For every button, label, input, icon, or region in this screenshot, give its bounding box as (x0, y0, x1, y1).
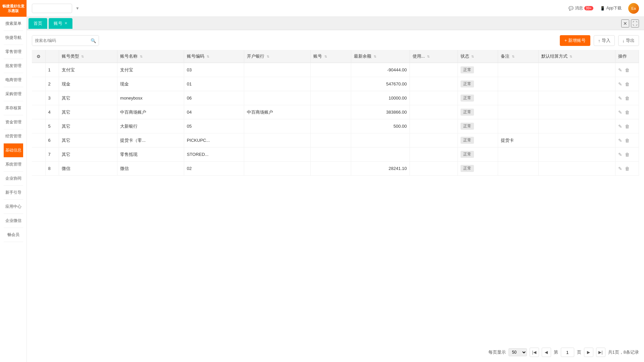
page-prev-btn[interactable]: ◀ (542, 348, 551, 357)
sidebar-item-quick-nav[interactable]: 快捷导航 (4, 31, 23, 45)
avatar[interactable]: Ea (628, 3, 639, 14)
sidebar-item-inventory-check[interactable]: 库存核算 (4, 101, 23, 115)
sidebar-item-search-menu[interactable]: 搜索菜单 (4, 17, 23, 31)
sidebar-item-app-center[interactable]: 应用中心 (4, 200, 23, 214)
cell-index: 6 (45, 133, 59, 147)
import-button[interactable]: ↑ 导入 (594, 35, 615, 46)
cell-action: ✎ 🗑 (615, 147, 639, 162)
sidebar-item-vip-member[interactable]: 畅会员 (4, 228, 23, 242)
th-type[interactable]: 账号类型 ⇅ (59, 50, 117, 63)
sidebar-item-retail-mgmt[interactable]: 零售管理 (4, 45, 23, 59)
cell-index: 4 (45, 105, 59, 119)
cell-type: 其它 (59, 133, 117, 147)
toolbar-right: + 新增账号 ↑ 导入 ↓ 导出 (560, 35, 639, 46)
edit-icon[interactable]: ✎ (618, 124, 622, 129)
cell-index: 7 (45, 147, 59, 162)
cell-code: STORED... (184, 147, 244, 162)
th-status[interactable]: 状态 ⇅ (458, 50, 498, 63)
per-page-label: 每页显示 (488, 349, 506, 355)
edit-icon[interactable]: ✎ (618, 166, 622, 171)
cell-remark (498, 147, 538, 162)
cell-remark (498, 119, 538, 133)
page-next-btn[interactable]: ▶ (584, 348, 593, 357)
tab-account-close[interactable]: ✕ (64, 21, 67, 25)
tab-account[interactable]: 账号 ✕ (49, 18, 72, 29)
cell-type: 微信 (59, 162, 117, 176)
cell-use (410, 119, 458, 133)
search-input[interactable] (32, 36, 88, 46)
cell-action: ✎ 🗑 (615, 133, 639, 147)
sidebar-item-basic-info[interactable]: 基础信息 (4, 143, 23, 158)
sidebar-item-system-mgmt[interactable]: 系统管理 (4, 158, 23, 172)
export-icon: ↓ (623, 38, 625, 43)
edit-icon[interactable]: ✎ (618, 138, 622, 143)
sidebar-item-corp-wechat[interactable]: 企业微信 (4, 214, 23, 228)
edit-icon[interactable]: ✎ (618, 67, 622, 73)
cell-type: 支付宝 (59, 63, 117, 77)
search-button[interactable]: 🔍 (88, 36, 99, 46)
cell-gear (32, 147, 45, 162)
delete-icon[interactable]: 🗑 (625, 67, 630, 73)
th-balance[interactable]: 最新余额 ⇅ (351, 50, 410, 63)
cell-name: 现金 (117, 77, 184, 91)
tab-home[interactable]: 首页 (29, 18, 47, 29)
tabbar-expand-btn[interactable]: ⛶ (631, 19, 639, 27)
add-account-button[interactable]: + 新增账号 (560, 35, 590, 46)
delete-icon[interactable]: 🗑 (625, 152, 630, 157)
cell-type: 其它 (59, 119, 117, 133)
th-name[interactable]: 账号名称 ⇅ (117, 50, 184, 63)
app-download-button[interactable]: 📱 App下载 (600, 5, 622, 11)
sidebar-item-wholesale-mgmt[interactable]: 批发管理 (4, 59, 23, 73)
th-bank[interactable]: 开户银行 ⇅ (244, 50, 311, 63)
delete-icon[interactable]: 🗑 (625, 124, 630, 129)
app-label: App下载 (606, 5, 622, 11)
edit-icon[interactable]: ✎ (618, 152, 622, 157)
th-use[interactable]: 使用... ⇅ (410, 50, 458, 63)
tabbar-close-btn[interactable]: ✕ (621, 19, 629, 27)
cell-use (410, 147, 458, 162)
cell-bank (244, 147, 311, 162)
th-account[interactable]: 账号 ⇅ (311, 50, 351, 63)
table-row: 2 现金 现金 01 547670.00 正常 ✎ 🗑 (32, 77, 639, 91)
th-default-settle[interactable]: 默认结算方式 ⇅ (538, 50, 615, 63)
page-last-btn[interactable]: ▶| (596, 348, 605, 357)
sidebar-item-purchase-mgmt[interactable]: 采购管理 (4, 87, 23, 101)
topbar: ▼ 💬 消息 99+ 📱 App下载 Ea (27, 0, 644, 17)
edit-icon[interactable]: ✎ (618, 110, 622, 115)
cell-bank (244, 77, 311, 91)
per-page-select[interactable]: 50 100 (508, 348, 527, 356)
cell-remark (498, 105, 538, 119)
topbar-dropdown-arrow[interactable]: ▼ (75, 6, 79, 11)
cell-type: 其它 (59, 105, 117, 119)
delete-icon[interactable]: 🗑 (625, 166, 630, 171)
delete-icon[interactable]: 🗑 (625, 110, 630, 115)
edit-icon[interactable]: ✎ (618, 81, 622, 87)
topbar-search-input[interactable] (32, 4, 72, 13)
th-remark[interactable]: 备注 ⇅ (498, 50, 538, 63)
delete-icon[interactable]: 🗑 (625, 96, 630, 101)
message-button[interactable]: 💬 消息 99+ (569, 5, 593, 11)
sidebar-item-ecommerce-mgmt[interactable]: 电商管理 (4, 73, 23, 87)
sidebar-item-corp-agreement[interactable]: 企业协同 (4, 172, 23, 186)
sidebar-item-ops-mgmt[interactable]: 经营管理 (4, 129, 23, 143)
delete-icon[interactable]: 🗑 (625, 81, 630, 87)
sidebar-item-finance-mgmt[interactable]: 资金管理 (4, 115, 23, 129)
tab-home-label: 首页 (34, 20, 42, 26)
export-button[interactable]: ↓ 导出 (618, 35, 639, 46)
cell-balance: 383866.00 (351, 105, 410, 119)
cell-action: ✎ 🗑 (615, 91, 639, 105)
sidebar-item-newcomer-guide[interactable]: 新手引导 (4, 186, 23, 200)
cell-gear (32, 91, 45, 105)
cell-gear (32, 77, 45, 91)
cell-use (410, 105, 458, 119)
page-input[interactable] (561, 348, 574, 357)
table-wrap: ⚙ 账号类型 ⇅ 账号名称 ⇅ 账号编码 ⇅ 开户银行 ⇅ 账号 ⇅ 最新余额 … (32, 50, 639, 344)
cell-account (311, 162, 351, 176)
cell-status: 正常 (458, 91, 498, 105)
cell-default-settle (538, 133, 615, 147)
th-code[interactable]: 账号编码 ⇅ (184, 50, 244, 63)
th-gear[interactable]: ⚙ (32, 50, 45, 63)
delete-icon[interactable]: 🗑 (625, 138, 630, 143)
page-first-btn[interactable]: |◀ (530, 348, 539, 357)
edit-icon[interactable]: ✎ (618, 96, 622, 101)
